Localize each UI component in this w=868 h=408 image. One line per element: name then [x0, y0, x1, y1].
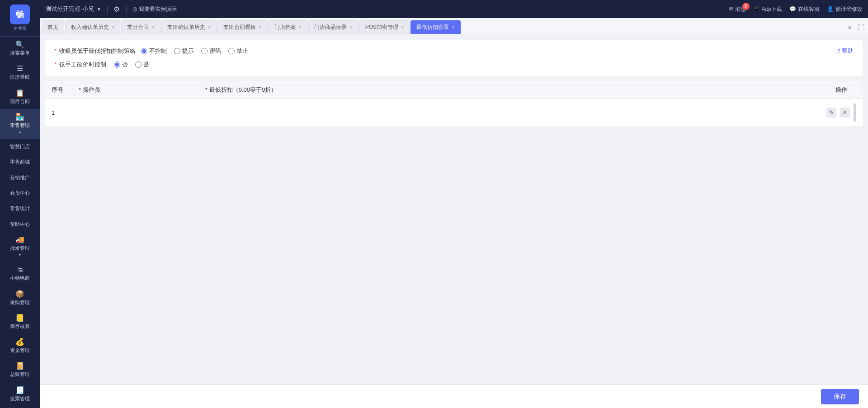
sidebar-item-ecommerce[interactable]: 🛍 小畅电商: [0, 262, 40, 286]
inventory-icon: 📒: [15, 314, 24, 322]
sidebar-label-retailmall: 零售商城: [10, 159, 30, 165]
tab-store-archive-close[interactable]: ×: [299, 25, 302, 30]
required-star-2: *: [54, 61, 57, 68]
save-button[interactable]: 保存: [821, 389, 859, 404]
table-cell-num: 1: [45, 99, 72, 127]
radio-yes-label: 是: [143, 61, 149, 69]
tab-home[interactable]: 首页: [42, 20, 64, 34]
user-label: 徐泽华修改: [835, 5, 863, 13]
edit-icon[interactable]: ✎: [826, 108, 836, 117]
topbar-demo[interactable]: ◎ 我要看实例演示: [132, 5, 177, 13]
tab-income-history-close[interactable]: ×: [112, 25, 114, 30]
manual-label: * 仅手工改价时控制: [54, 61, 108, 69]
sidebar-item-quicknav[interactable]: ☰ 快捷导航: [0, 61, 40, 84]
sidebar-item-smartstore[interactable]: 智慧门店: [0, 139, 40, 154]
tab-expense-history[interactable]: 支出确认单历史 ×: [161, 20, 217, 34]
tab-store-archive[interactable]: 门店档案 ×: [269, 20, 307, 34]
sidebar-label-search: 搜索菜单: [10, 50, 30, 56]
delete-icon[interactable]: ✕: [840, 108, 850, 117]
radio-forbid[interactable]: 禁止: [228, 47, 248, 55]
sidebar-label-purchase: 采购管理: [10, 299, 30, 305]
sidebar-item-contract[interactable]: 📋 项目合同: [0, 85, 40, 109]
sidebar-label-marketing: 营销推广: [10, 174, 30, 181]
tab-expand-btn[interactable]: ⛶: [856, 23, 866, 32]
sidebar-item-retailstat[interactable]: 零售统计: [0, 201, 40, 216]
table-card: 序号 * 操作员 * 最低折扣（9.00等于9折） 操作 1 ✎: [45, 81, 863, 127]
demo-text: 我要看实例演示: [139, 5, 177, 13]
topbar-user[interactable]: 👤 徐泽华修改: [827, 5, 863, 13]
topbar-separator2: |: [125, 5, 127, 13]
radio-no-label: 否: [122, 61, 128, 69]
table-header-row: 序号 * 操作员 * 最低折扣（9.00等于9折） 操作: [45, 81, 863, 99]
sidebar-label-funds: 资金管理: [10, 347, 30, 353]
sidebar-item-retailmall[interactable]: 零售商城: [0, 154, 40, 169]
help-link[interactable]: ? 帮助: [837, 47, 854, 55]
app-icon: 📱: [753, 6, 760, 12]
topbar: 测试分开完程·小兄 ▼ | ⚙ | ◎ 我要看实例演示 ✉ 消息 8 📱 App…: [40, 0, 868, 18]
tab-pos-mgmt[interactable]: POS加密管理 ×: [359, 20, 410, 34]
tab-expense-contract-close[interactable]: ×: [151, 25, 154, 30]
tab-store-products-close[interactable]: ×: [349, 25, 352, 30]
radio-no-control[interactable]: 不控制: [141, 47, 167, 55]
sidebar-item-funds[interactable]: 💰 资金管理: [0, 334, 40, 358]
tab-expense-history-close[interactable]: ×: [208, 25, 211, 30]
tabs-bar-right: × ⛶: [846, 23, 866, 34]
radio-remind[interactable]: 提示: [174, 47, 194, 55]
topbar-right: ✉ 消息 8 📱 App下载 💬 在线客服 👤 徐泽华修改: [729, 5, 863, 13]
tab-min-discount[interactable]: 最低折扣设置 ×: [410, 20, 460, 34]
sidebar-item-search[interactable]: 🔍 搜索菜单: [0, 37, 40, 61]
app-label: App下载: [762, 5, 782, 13]
sidebar: 畅 专业版 🔍 搜索菜单 ☰ 快捷导航 📋 项目合同 🏪 零售管理 ▲ 智慧门店…: [0, 0, 40, 408]
topbar-appdownload[interactable]: 📱 App下载: [753, 5, 782, 13]
sidebar-item-ledger[interactable]: 📔 总账管理: [0, 358, 40, 382]
content-area: * 收银员低于最低折扣控制策略 不控制 提示 密码: [40, 34, 868, 385]
sidebar-label-ledger: 总账管理: [10, 371, 30, 377]
table-cell-discount: [199, 99, 820, 127]
sidebar-logo: 畅 专业版: [0, 0, 40, 37]
quicknav-icon: ☰: [17, 65, 23, 72]
action-icons: ✎ ✕: [826, 103, 856, 122]
tab-min-discount-close[interactable]: ×: [452, 25, 454, 30]
tab-expense-board-close[interactable]: ×: [259, 25, 261, 30]
tab-income-history-label: 收入确认单历史: [71, 23, 109, 31]
wholesale-arrow-icon: ▼: [18, 253, 22, 257]
sidebar-label-contract: 项目合同: [10, 98, 30, 104]
col-header-discount: * 最低折扣（9.00等于9折）: [199, 81, 820, 99]
sidebar-label-invoice: 发票管理: [10, 395, 30, 402]
tab-close-btn[interactable]: ×: [846, 23, 854, 32]
purchase-icon: 📦: [15, 291, 24, 298]
topbar-settings-icon[interactable]: ⚙: [113, 5, 120, 14]
table-cell-action: ✎ ✕: [820, 99, 863, 127]
sidebar-item-invoice[interactable]: 🧾 发票管理: [0, 382, 40, 406]
radio-no[interactable]: 否: [114, 61, 128, 69]
topbar-project[interactable]: 测试分开完程·小兄 ▼: [45, 5, 101, 13]
strategy-label: * 收银员低于最低折扣控制策略: [54, 47, 136, 55]
topbar-service[interactable]: 💬 在线客服: [789, 5, 820, 13]
tab-expense-board[interactable]: 支出合同看板 ×: [217, 20, 267, 34]
data-table: 序号 * 操作员 * 最低折扣（9.00等于9折） 操作 1 ✎: [45, 81, 863, 127]
tab-store-archive-label: 门店档案: [274, 23, 296, 31]
sidebar-item-purchase[interactable]: 📦 采购管理: [0, 286, 40, 310]
tab-expense-contract[interactable]: 支出合同 ×: [121, 20, 160, 34]
help-text: 帮助: [842, 47, 854, 55]
form-card: * 收银员低于最低折扣控制策略 不控制 提示 密码: [45, 40, 863, 76]
sidebar-item-inventory[interactable]: 📒 库存核算: [0, 310, 40, 334]
sidebar-item-wholesale[interactable]: 🚚 批发管理 ▼: [0, 232, 40, 262]
tab-store-products-label: 门店商品目录: [314, 23, 347, 31]
radio-password[interactable]: 密码: [201, 47, 221, 55]
sidebar-item-retail[interactable]: 🏪 零售管理 ▲: [0, 109, 40, 139]
tab-pos-mgmt-close[interactable]: ×: [401, 25, 404, 30]
project-dropdown-icon: ▼: [97, 7, 101, 12]
sidebar-label-ecommerce: 小畅电商: [10, 275, 30, 281]
tab-income-history[interactable]: 收入确认单历史 ×: [65, 20, 120, 34]
col-header-action: 操作: [820, 81, 863, 99]
sidebar-item-marketing[interactable]: 营销推广: [0, 170, 40, 185]
sidebar-label-inventory: 库存核算: [10, 323, 30, 329]
topbar-message[interactable]: ✉ 消息 8: [729, 5, 746, 13]
radio-yes[interactable]: 是: [135, 61, 149, 69]
sidebar-item-help[interactable]: 帮助中心: [0, 216, 40, 232]
sidebar-item-member[interactable]: 会员中心: [0, 185, 40, 201]
retail-icon: 🏪: [15, 113, 24, 121]
sidebar-item-tax[interactable]: 🏛 税务管理: [0, 406, 40, 408]
tab-store-products[interactable]: 门店商品目录 ×: [308, 20, 358, 34]
